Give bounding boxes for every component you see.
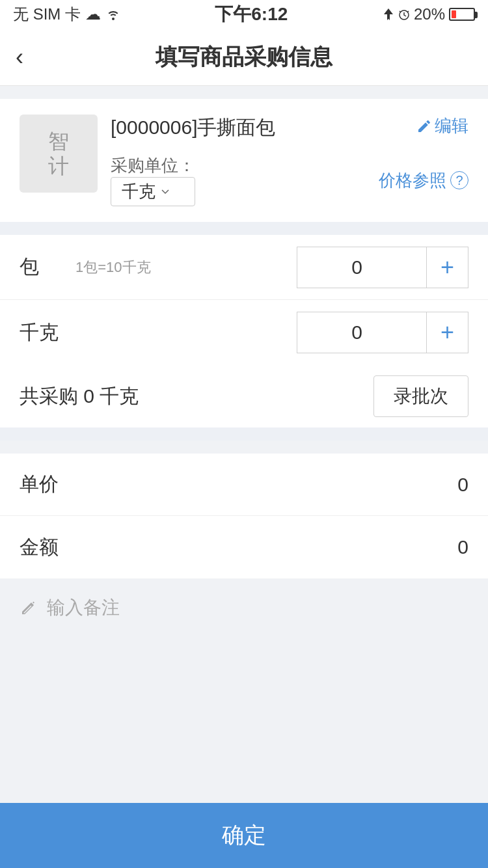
product-thumbnail: 智 计 xyxy=(20,115,98,193)
pack-sub: 1包=10千克 xyxy=(75,258,151,277)
alarm-icon xyxy=(398,8,410,20)
status-left: 无 SIM 卡 ☁ xyxy=(13,4,120,25)
notes-placeholder: 输入备注 xyxy=(47,595,120,620)
summary-text: 共采购 0 千克 xyxy=(20,383,139,410)
kg-plus-button[interactable]: + xyxy=(427,312,468,353)
status-right: 20% xyxy=(383,5,475,23)
pack-label: 包 xyxy=(20,254,72,280)
unit-label: 采购单位： xyxy=(111,156,195,175)
pack-row: 包 1包=10千克 + xyxy=(0,235,488,300)
unit-price-value: 0 xyxy=(457,474,468,496)
batch-button[interactable]: 录批次 xyxy=(373,375,468,417)
wifi-icon xyxy=(106,8,120,20)
unit-select[interactable]: 千克 xyxy=(111,177,195,206)
notes-section[interactable]: 输入备注 xyxy=(0,580,488,636)
edit-button[interactable]: 编辑 xyxy=(416,115,468,137)
pack-input[interactable] xyxy=(297,247,427,288)
section-divider-1 xyxy=(0,222,488,235)
page-title: 填写商品采购信息 xyxy=(156,42,332,72)
price-ref-button[interactable]: 价格参照 ? xyxy=(379,169,468,192)
edit-label: 编辑 xyxy=(435,115,468,137)
help-icon: ? xyxy=(450,171,468,189)
sim-label: 无 SIM 卡 ☁ xyxy=(13,4,101,25)
pack-plus-button[interactable]: + xyxy=(427,247,468,288)
amount-label: 金额 xyxy=(20,534,59,561)
unit-price-label: 单价 xyxy=(20,471,59,498)
price-ref-label: 价格参照 xyxy=(379,169,446,192)
kg-input[interactable] xyxy=(297,312,427,353)
confirm-button[interactable]: 确定 xyxy=(0,803,488,868)
chevron-down-icon xyxy=(159,186,171,198)
battery-icon xyxy=(449,8,475,21)
kg-label: 千克 xyxy=(20,319,72,346)
kg-row: 千克 + xyxy=(0,300,488,365)
location-icon xyxy=(383,8,394,20)
battery-text: 20% xyxy=(414,5,445,23)
summary-row: 共采购 0 千克 录批次 xyxy=(0,365,488,427)
back-button[interactable]: ‹ xyxy=(16,44,23,71)
product-info: [0000006]手撕面包 编辑 采购单位： 千克 xyxy=(111,115,468,206)
amount-value: 0 xyxy=(457,536,468,558)
status-time: 下午6:12 xyxy=(215,2,288,27)
section-divider-2 xyxy=(0,427,488,441)
unit-value: 千克 xyxy=(122,180,156,203)
amount-row: 金额 0 xyxy=(0,516,488,578)
pencil-icon xyxy=(20,599,38,617)
product-card: 智 计 [0000006]手撕面包 编辑 采购单位： 千克 xyxy=(0,99,488,222)
content-spacer xyxy=(0,636,488,831)
status-bar: 无 SIM 卡 ☁ 下午6:12 20% xyxy=(0,0,488,29)
nav-bar: ‹ 填写商品采购信息 xyxy=(0,29,488,86)
edit-icon xyxy=(416,118,432,134)
unit-price-row: 单价 0 xyxy=(0,454,488,516)
product-logo: 智 计 xyxy=(48,129,69,179)
price-section: 单价 0 金额 0 xyxy=(0,454,488,578)
product-name: [0000006]手撕面包 xyxy=(111,115,275,141)
input-section: 包 1包=10千克 + 千克 + xyxy=(0,235,488,365)
